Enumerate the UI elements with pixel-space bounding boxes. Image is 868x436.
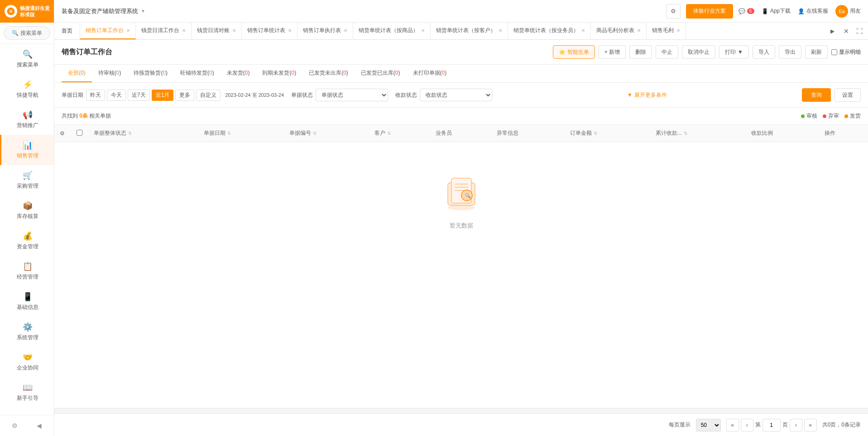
date-btn-7days[interactable]: 近7天: [128, 90, 150, 101]
tab-sales-summary-customer[interactable]: 销货单统计表（按客户）✕: [431, 23, 508, 39]
tab-sales-summary-staff[interactable]: 销货单统计表（按业务员）✕: [508, 23, 591, 39]
tab-close-all-button[interactable]: ✕: [842, 27, 851, 36]
date-btn-1month[interactable]: 近1月: [152, 90, 174, 101]
bulk-cancel-button[interactable]: 弃审: [823, 112, 839, 120]
refresh-button[interactable]: 刷新: [805, 45, 828, 59]
last-page-button[interactable]: »: [804, 419, 817, 431]
date-btn-custom[interactable]: 自定义: [196, 90, 221, 101]
sidebar-item-basic-info[interactable]: 📱基础信息: [0, 286, 54, 317]
sidebar-item-quick-nav[interactable]: ⚡快捷导航: [0, 74, 54, 104]
filter-tab-shipped-not-out[interactable]: 已发货未出库(0): [302, 65, 355, 82]
filter-tab-not-shipped[interactable]: 未发货(0): [221, 65, 256, 82]
filter-payment-select[interactable]: 收款状态: [420, 89, 492, 101]
col-customer-sortable[interactable]: 客户⇅: [374, 129, 425, 137]
tab-more-button[interactable]: ▶: [827, 23, 838, 39]
tab-close-cash-daily[interactable]: ✕: [182, 28, 186, 33]
horizontal-scrollbar[interactable]: [54, 408, 868, 413]
tab-label-product-margin: 商品毛利分析表: [596, 27, 634, 34]
tab-restore-button[interactable]: ⛶: [854, 27, 864, 36]
tab-home[interactable]: 首页: [54, 23, 80, 39]
sidebar-item-system[interactable]: ⚙️系统管理: [0, 317, 54, 347]
cancel-stop-button[interactable]: 取消中止: [682, 45, 715, 59]
tab-sales-workbench[interactable]: 销售订单工作台✕: [80, 23, 136, 39]
sidebar-item-operations[interactable]: 📋经营管理: [0, 256, 54, 286]
date-btn-yesterday[interactable]: 昨天: [86, 90, 105, 101]
date-btn-more[interactable]: 更多: [175, 90, 194, 101]
sidebar-item-inventory[interactable]: 📦库存核算: [0, 195, 54, 226]
topbar-settings-button[interactable]: ⚙: [666, 4, 681, 19]
filter-status-select[interactable]: 单据状态: [316, 89, 388, 101]
col-status-sortable[interactable]: 单据整体状态⇅: [94, 129, 193, 137]
sidebar-item-marketing[interactable]: 📢营销推广: [0, 104, 54, 135]
sidebar-item-guide[interactable]: 📖新手引导: [0, 377, 54, 408]
stop-button[interactable]: 中止: [656, 45, 678, 59]
tab-close-sales-workbench[interactable]: ✕: [126, 28, 130, 33]
col-amount-sortable[interactable]: 订单金额⇅: [570, 129, 645, 137]
tab-sales-exec[interactable]: 销售订单执行表✕: [297, 23, 353, 39]
prev-page-button[interactable]: ‹: [741, 419, 753, 431]
filter-tab-wangpu-pending[interactable]: 旺铺待发货(0): [174, 65, 221, 82]
filter-expand-button[interactable]: ▼ 展开更多条件: [627, 91, 667, 99]
sidebar-item-cooperation[interactable]: 🤝企业协同: [0, 347, 54, 377]
sidebar-item-finance[interactable]: 💰资金管理: [0, 226, 54, 256]
filter-tab-count-not-printed: 0: [442, 70, 445, 76]
filter-tab-overdue-not-shipped[interactable]: 到期未发货(0): [256, 65, 302, 82]
print-button[interactable]: 打印 ▼: [719, 45, 749, 59]
bulk-review-button[interactable]: 审核: [801, 112, 817, 120]
tab-cash-reconcile[interactable]: 钱货日清对账✕: [192, 23, 242, 39]
tab-sales-profit[interactable]: 销售毛利✕: [647, 23, 686, 39]
tab-close-sales-summary-customer[interactable]: ✕: [499, 28, 502, 33]
filter-tab-all[interactable]: 全部(0): [62, 65, 92, 82]
select-all-checkbox[interactable]: [77, 130, 82, 136]
filter-tab-not-printed[interactable]: 未打印单据(0): [407, 65, 453, 82]
col-collected-sortable[interactable]: 累计收款...⇅: [656, 129, 740, 137]
tab-close-sales-profit[interactable]: ✕: [676, 28, 680, 33]
tab-close-product-margin[interactable]: ✕: [637, 28, 641, 33]
sidebar-item-search[interactable]: 🔍搜索菜单: [0, 44, 54, 74]
industry-solution-button[interactable]: 体验行业方案: [686, 4, 733, 19]
col-date-sortable[interactable]: 单据日期⇅: [204, 129, 278, 137]
tab-close-sales-stats[interactable]: ✕: [288, 28, 292, 33]
col-settings[interactable]: ⚙: [54, 125, 70, 142]
message-button[interactable]: 💬 6: [739, 8, 754, 14]
tab-sales-summary-product[interactable]: 销货单统计表（按商品）✕: [353, 23, 431, 39]
collapse-sidebar-button[interactable]: ◀: [28, 419, 51, 432]
filter-setting-button[interactable]: 设置: [834, 88, 861, 102]
tab-close-cash-reconcile[interactable]: ✕: [232, 28, 236, 33]
filter-tab-shipped-out[interactable]: 已发货已出库(0): [355, 65, 407, 82]
filter-tab-pending-review[interactable]: 待审核(0): [92, 65, 128, 82]
smart-create-button[interactable]: ⭐ 智能生单: [553, 45, 595, 59]
tab-close-sales-exec[interactable]: ✕: [344, 28, 347, 33]
app-download-button[interactable]: 📱 App下载: [762, 7, 791, 15]
bulk-ship-button[interactable]: 发货: [844, 112, 861, 120]
col-number: 单据编号⇅: [284, 125, 369, 142]
sidebar-item-sales[interactable]: 📊销售管理: [0, 135, 54, 165]
sidebar-navigation: 🔍搜索菜单⚡快捷导航📢营销推广📊销售管理🛒采购管理📦库存核算💰资金管理📋经营管理…: [0, 44, 54, 408]
delete-button[interactable]: 删除: [629, 45, 652, 59]
show-detail-checkbox[interactable]: [831, 49, 837, 55]
search-menu-button[interactable]: 🔍 搜索菜单: [4, 26, 50, 40]
export-button[interactable]: 导出: [779, 45, 801, 59]
tab-cash-daily[interactable]: 钱货日清工作台✕: [136, 23, 192, 39]
col-number-sortable[interactable]: 单据编号⇅: [289, 129, 364, 137]
user-info[interactable]: Ea 用友: [835, 5, 861, 18]
show-detail-checkbox-label[interactable]: 显示明细: [831, 48, 861, 56]
page-number-input[interactable]: [762, 419, 781, 431]
filter-tab-count-pending-review: 0: [116, 70, 120, 76]
add-button[interactable]: + 新增: [599, 45, 626, 59]
next-page-button[interactable]: ›: [790, 419, 802, 431]
import-button[interactable]: 导入: [753, 45, 775, 59]
date-btn-today[interactable]: 今天: [107, 90, 126, 101]
message-badge: 6: [747, 8, 754, 14]
tab-close-sales-summary-product[interactable]: ✕: [421, 28, 425, 33]
tab-sales-stats[interactable]: 销售订单统计表✕: [242, 23, 297, 39]
settings-icon-button[interactable]: ⚙: [4, 419, 26, 432]
online-service-button[interactable]: 👤 在线客服: [798, 7, 828, 15]
tab-close-sales-summary-staff[interactable]: ✕: [581, 28, 585, 33]
filter-tab-pending-inspect[interactable]: 待拣货验货(0): [127, 65, 174, 82]
page-size-select[interactable]: 50 10 20 100: [696, 419, 721, 431]
tab-product-margin[interactable]: 商品毛利分析表✕: [591, 23, 647, 39]
first-page-button[interactable]: «: [726, 419, 739, 431]
filter-search-button[interactable]: 查询: [802, 88, 831, 102]
sidebar-item-purchase[interactable]: 🛒采购管理: [0, 165, 54, 195]
